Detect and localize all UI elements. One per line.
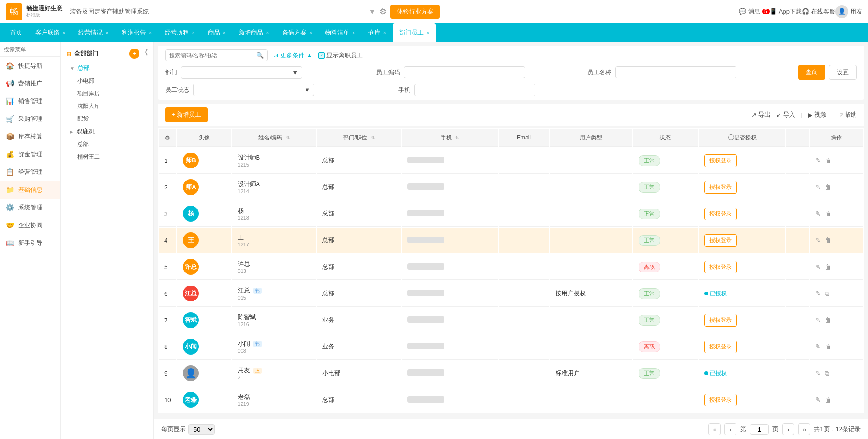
edit-icon[interactable]: ✎: [815, 183, 821, 191]
phone-input[interactable]: [414, 84, 535, 96]
search-input[interactable]: [169, 52, 253, 59]
delete-icon[interactable]: 🗑: [825, 396, 831, 404]
sidebar-item-marketing[interactable]: 📢 营销推广: [0, 75, 60, 92]
auth-button[interactable]: 授权登录: [704, 261, 737, 273]
sidebar-item-guide[interactable]: 📖 新手引导: [0, 234, 60, 252]
tab-operation[interactable]: 经营情况 ×: [72, 23, 115, 42]
user-area[interactable]: 👤 用友: [835, 5, 862, 18]
emp-name-input[interactable]: [615, 66, 736, 78]
copy-icon[interactable]: ⧉: [825, 290, 829, 298]
last-page-button[interactable]: »: [798, 423, 810, 435]
dropdown-icon[interactable]: ▼: [369, 8, 375, 15]
app-download-button[interactable]: 📱 App下载: [770, 7, 802, 16]
close-icon[interactable]: ×: [352, 30, 355, 35]
close-icon[interactable]: ×: [223, 30, 226, 35]
emp-status-select[interactable]: ▼: [193, 84, 314, 96]
tab-history[interactable]: 经营历程 ×: [158, 23, 201, 42]
first-page-button[interactable]: «: [708, 423, 721, 435]
tab-goods[interactable]: 商品 ×: [201, 23, 232, 42]
gear-icon[interactable]: ⚙: [379, 7, 387, 17]
message-button[interactable]: 💬 消息 5: [739, 7, 770, 16]
close-icon[interactable]: ×: [383, 30, 386, 35]
trial-button[interactable]: 体验行业方案: [390, 5, 440, 19]
auth-button[interactable]: 授权登录: [704, 314, 737, 327]
edit-icon[interactable]: ✎: [815, 157, 821, 164]
sort-icon[interactable]: ⇅: [455, 135, 459, 140]
dept-select[interactable]: ▼: [181, 66, 302, 79]
edit-icon[interactable]: ✎: [815, 210, 821, 217]
auth-button[interactable]: 授权登录: [704, 234, 737, 247]
edit-icon[interactable]: ✎: [815, 263, 821, 271]
sidebar-item-system[interactable]: ⚙️ 系统管理: [0, 199, 60, 216]
close-icon[interactable]: ×: [149, 30, 152, 35]
sidebar-search-input[interactable]: [4, 46, 61, 53]
show-resigned-toggle[interactable]: ✓ 显示离职员工: [318, 51, 363, 60]
close-icon[interactable]: ×: [105, 30, 108, 35]
sidebar-item-quick-nav[interactable]: 🏠 快捷导航: [0, 57, 60, 75]
more-conditions-button[interactable]: ⊿ 更多条件 ▲: [273, 51, 312, 60]
sidebar-item-basic-info[interactable]: 📁 基础信息: [0, 181, 60, 199]
next-page-button[interactable]: ›: [782, 423, 794, 435]
search-icon[interactable]: 🔍: [256, 52, 264, 59]
dept-node-headquarters-top[interactable]: ▼总部: [61, 62, 153, 75]
setting-button[interactable]: 设置: [829, 65, 857, 80]
per-page-select[interactable]: 50 100: [188, 424, 215, 435]
tab-profit[interactable]: 利润报告 ×: [115, 23, 158, 42]
close-icon[interactable]: ×: [266, 30, 269, 35]
delete-icon[interactable]: 🗑: [825, 210, 831, 217]
online-service-button[interactable]: 🎧 在线客服: [802, 7, 835, 16]
delete-icon[interactable]: 🗑: [825, 316, 831, 324]
emp-code-input[interactable]: [404, 66, 525, 78]
edit-icon[interactable]: ✎: [815, 237, 821, 244]
delete-icon[interactable]: 🗑: [825, 183, 831, 191]
view-button[interactable]: ▶ 视频: [808, 111, 826, 119]
delete-icon[interactable]: 🗑: [825, 263, 831, 271]
close-icon[interactable]: ×: [426, 30, 429, 35]
tab-dept-employee[interactable]: 部门员工 ×: [393, 23, 436, 42]
help-button[interactable]: ? 帮助: [840, 111, 857, 119]
sidebar-item-purchase[interactable]: 🛒 采购管理: [0, 110, 60, 128]
close-icon[interactable]: ×: [62, 30, 65, 35]
tab-home[interactable]: 首页: [4, 23, 29, 42]
tab-barcode[interactable]: 条码方案 ×: [276, 23, 319, 42]
sort-icon[interactable]: ⇅: [286, 135, 290, 140]
add-employee-button[interactable]: + 新增员工: [165, 107, 208, 122]
auth-button[interactable]: 授权登录: [704, 341, 737, 353]
tab-customer[interactable]: 客户联络 ×: [29, 23, 72, 42]
edit-icon[interactable]: ✎: [815, 316, 821, 324]
close-icon[interactable]: ×: [192, 30, 194, 35]
prev-page-button[interactable]: ‹: [724, 423, 736, 435]
copy-icon[interactable]: ⧉: [825, 369, 829, 377]
edit-icon[interactable]: ✎: [815, 369, 821, 377]
sort-icon[interactable]: ⇅: [371, 135, 375, 140]
sidebar-item-operation-mgmt[interactable]: 📋 经营管理: [0, 163, 60, 181]
sidebar-item-inventory[interactable]: 📦 库存核算: [0, 128, 60, 146]
dept-collapse-button[interactable]: 《: [141, 49, 148, 59]
dept-node-shenyang[interactable]: 沈阳大库: [61, 100, 153, 112]
edit-icon[interactable]: ✎: [815, 396, 821, 404]
dept-node-planting-wang[interactable]: 植树王二: [61, 151, 153, 163]
query-button[interactable]: 查询: [798, 65, 825, 80]
dept-node-headquarters-sub[interactable]: 总部: [61, 138, 153, 151]
dept-node-shuanglu[interactable]: ▶双鹿想: [61, 125, 153, 138]
tab-new-goods[interactable]: 新增商品 ×: [232, 23, 275, 42]
tab-bom[interactable]: 物料清单 ×: [319, 23, 361, 42]
dept-node-small-electric[interactable]: 小电部: [61, 75, 153, 87]
import-button[interactable]: ↙ 导入: [776, 111, 795, 119]
auth-button[interactable]: 授权登录: [704, 208, 737, 220]
edit-icon[interactable]: ✎: [815, 290, 821, 297]
dept-node-project-warehouse[interactable]: 项目库房: [61, 87, 153, 100]
delete-icon[interactable]: 🗑: [825, 237, 831, 244]
tab-warehouse[interactable]: 仓库 ×: [362, 23, 393, 42]
auth-button[interactable]: 授权登录: [704, 154, 737, 167]
export-button[interactable]: ↗ 导出: [751, 111, 771, 119]
dept-add-button[interactable]: +: [129, 49, 139, 59]
auth-button[interactable]: 授权登录: [704, 394, 737, 406]
delete-icon[interactable]: 🗑: [825, 343, 831, 350]
edit-icon[interactable]: ✎: [815, 343, 821, 350]
sidebar-item-finance[interactable]: 💰 资金管理: [0, 146, 60, 163]
sidebar-item-sales[interactable]: 📊 销售管理: [0, 92, 60, 110]
auth-button[interactable]: 授权登录: [704, 181, 737, 194]
delete-icon[interactable]: 🗑: [825, 157, 831, 164]
page-number-input[interactable]: [750, 424, 769, 435]
